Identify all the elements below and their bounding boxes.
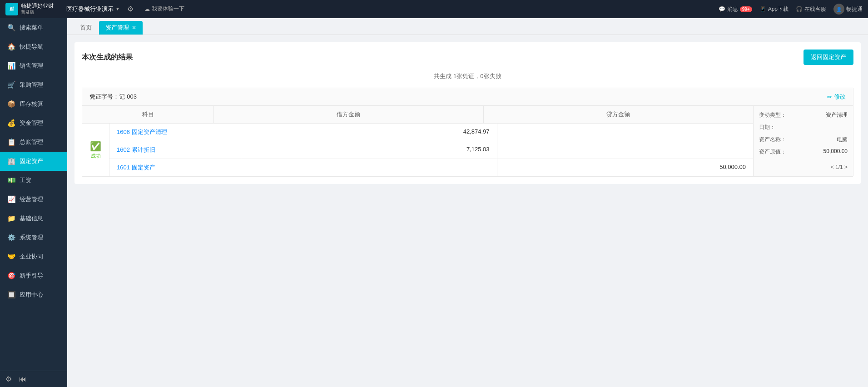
sidebar-label-ledger: 总账管理 xyxy=(20,138,43,146)
sidebar-label-basicinfo: 基础信息 xyxy=(20,214,43,223)
col-header-debit: 借方金额 xyxy=(214,106,484,123)
operation-icon: 📈 xyxy=(7,195,16,203)
chevron-down-icon: ▼ xyxy=(115,6,120,11)
logo-area: 财 畅捷通好业财 普及版 xyxy=(5,3,54,15)
sidebar-item-funds[interactable]: 💰资金管理 xyxy=(0,114,67,133)
top-bar-left: 财 畅捷通好业财 普及版 医疗器械行业演示 ▼ ⚙ ☁ 我要体验一下 xyxy=(5,3,184,15)
sidebar-item-payroll[interactable]: 💵工资 xyxy=(0,171,67,190)
col-header-credit: 贷方金额 xyxy=(484,106,754,123)
online-service-label: 在线客服 xyxy=(804,5,826,13)
settings-icon[interactable]: ⚙ xyxy=(127,5,134,13)
sidebar-label-inventory: 库存核算 xyxy=(20,100,43,108)
inventory-icon: 📦 xyxy=(7,100,16,108)
main-layout: 🔍搜索菜单🏠快捷导航📊销售管理🛒采购管理📦库存核算💰资金管理📋总账管理🏢固定资产… xyxy=(0,18,868,387)
result-summary: 共生成 1张凭证，0张失败 xyxy=(82,72,853,80)
pagination[interactable]: < 1/1 > xyxy=(759,160,848,170)
sidebar-item-search[interactable]: 🔍搜索菜单 xyxy=(0,18,67,37)
debit-cell: 7,125.03 xyxy=(241,141,497,159)
payroll-icon: 💵 xyxy=(7,176,16,184)
message-button[interactable]: 💬 消息 99+ xyxy=(719,5,752,13)
sidebar-item-basicinfo[interactable]: 📁基础信息 xyxy=(0,209,67,228)
asset-name-value: 电脑 xyxy=(837,136,848,144)
app-name: 畅捷通好业财 xyxy=(21,3,54,9)
edit-button[interactable]: ✏ 修改 xyxy=(827,93,846,101)
sidebar-label-purchase: 采购管理 xyxy=(20,81,43,89)
collapse-icon[interactable]: ⏮ xyxy=(19,375,26,383)
sidebar-label-appcenter: 应用中心 xyxy=(20,291,43,299)
col-header-subject: 科目 xyxy=(82,106,214,123)
change-type-value: 资产清理 xyxy=(826,111,848,119)
sidebar-item-ledger[interactable]: 📋总账管理 xyxy=(0,133,67,152)
basicinfo-icon: 📁 xyxy=(7,214,16,223)
service-icon: 🎧 xyxy=(796,6,803,12)
credit-cell xyxy=(497,141,754,159)
account-cell: 1606 固定资产清理 xyxy=(109,124,241,141)
message-label: 消息 xyxy=(727,5,738,13)
voucher-header: 凭证字号：记-003 ✏ 修改 xyxy=(82,88,853,106)
newguide-icon: 🎯 xyxy=(7,272,16,280)
user-area[interactable]: 👤 畅捷通 xyxy=(833,4,863,15)
tab-home[interactable]: 首页 xyxy=(74,21,97,35)
sidebar-item-purchase[interactable]: 🛒采购管理 xyxy=(0,75,67,94)
edit-label: 修改 xyxy=(834,93,846,101)
sidebar-item-sales[interactable]: 📊销售管理 xyxy=(0,56,67,75)
avatar: 👤 xyxy=(833,4,844,15)
sidebar-item-quicknav[interactable]: 🏠快捷导航 xyxy=(0,37,67,56)
sidebar-item-inventory[interactable]: 📦库存核算 xyxy=(0,94,67,114)
app-edition: 普及版 xyxy=(21,9,54,15)
sysmanage-icon: ⚙️ xyxy=(7,233,16,242)
voucher-number: 凭证字号：记-003 xyxy=(89,93,137,101)
sidebar: 🔍搜索菜单🏠快捷导航📊销售管理🛒采购管理📦库存核算💰资金管理📋总账管理🏢固定资产… xyxy=(0,18,67,387)
app-download-button[interactable]: 📱 App下载 xyxy=(759,5,789,13)
success-text: 成功 xyxy=(91,153,101,159)
logo-icon: 财 xyxy=(5,3,18,15)
tab-asset-management[interactable]: 资产管理 ✕ xyxy=(99,21,143,35)
sidebar-label-enterprise: 企业协同 xyxy=(20,253,43,261)
sidebar-item-enterprise[interactable]: 🤝企业协同 xyxy=(0,247,67,266)
content-area: 首页 资产管理 ✕ ✕ ⛶ 本次生成的结果 返回固定资产 共生成 1张凭证，0张… xyxy=(67,18,868,387)
table-row: 1602 累计折旧 7,125.03 xyxy=(109,141,753,159)
company-selector[interactable]: 医疗器械行业演示 ▼ xyxy=(66,5,120,13)
message-badge: 99+ xyxy=(740,6,752,12)
result-header: 本次生成的结果 返回固定资产 xyxy=(82,50,853,65)
debit-cell: 42,874.97 xyxy=(241,124,497,141)
sidebar-label-funds: 资金管理 xyxy=(20,119,43,127)
cloud-icon: ☁ xyxy=(144,6,150,12)
experience-label: 我要体验一下 xyxy=(152,5,184,13)
app-download-label: App下载 xyxy=(768,5,789,13)
sidebar-item-sysmanage[interactable]: ⚙️系统管理 xyxy=(0,228,67,247)
table-row: 1601 固定资产 50,000.00 xyxy=(109,159,753,176)
tab-close-icon[interactable]: ✕ xyxy=(132,25,136,31)
date-label: 日期： xyxy=(759,124,775,131)
tab-bar: 首页 资产管理 ✕ xyxy=(67,18,868,35)
company-name: 医疗器械行业演示 xyxy=(66,5,114,13)
table-row: 1606 固定资产清理 42,874.97 xyxy=(109,124,753,141)
sidebar-label-sales: 销售管理 xyxy=(20,62,43,70)
asset-original-row: 资产原值： 50,000.00 xyxy=(759,148,848,156)
sidebar-item-fixedassets[interactable]: 🏢固定资产 xyxy=(0,152,67,171)
sidebar-footer: ⚙ ⏮ xyxy=(0,371,67,387)
voucher-section: 凭证字号：记-003 ✏ 修改 科目 借方金额 xyxy=(82,88,853,177)
experience-button[interactable]: ☁ 我要体验一下 xyxy=(144,5,184,13)
sidebar-item-appcenter[interactable]: 🔲应用中心 xyxy=(0,285,67,304)
asset-name-row: 资产名称： 电脑 xyxy=(759,136,848,144)
sidebar-label-payroll: 工资 xyxy=(20,176,31,184)
sidebar-label-quicknav: 快捷导航 xyxy=(20,43,43,51)
asset-original-value: 50,000.00 xyxy=(823,148,848,156)
edit-icon: ✏ xyxy=(827,94,832,100)
settings-footer-icon[interactable]: ⚙ xyxy=(5,375,12,383)
status-cell: ✅ 成功 xyxy=(82,124,109,176)
sidebar-item-operation[interactable]: 📈经营管理 xyxy=(0,190,67,209)
logo-text-group: 畅捷通好业财 普及版 xyxy=(21,3,54,15)
page-title: 本次生成的结果 xyxy=(82,53,133,62)
return-button[interactable]: 返回固定资产 xyxy=(804,50,853,65)
purchase-icon: 🛒 xyxy=(7,81,16,89)
online-service-button[interactable]: 🎧 在线客服 xyxy=(796,5,826,13)
debit-cell xyxy=(241,159,497,176)
date-row: 日期： xyxy=(759,124,848,131)
quicknav-icon: 🏠 xyxy=(7,43,16,51)
table-rows: 1606 固定资产清理 42,874.97 1602 累计折旧 7,125.03… xyxy=(109,124,753,176)
table-header: 科目 借方金额 贷方金额 xyxy=(82,106,753,124)
sidebar-item-newguide[interactable]: 🎯新手引导 xyxy=(0,266,67,285)
voucher-body: 科目 借方金额 贷方金额 ✅ 成功 xyxy=(82,106,853,176)
